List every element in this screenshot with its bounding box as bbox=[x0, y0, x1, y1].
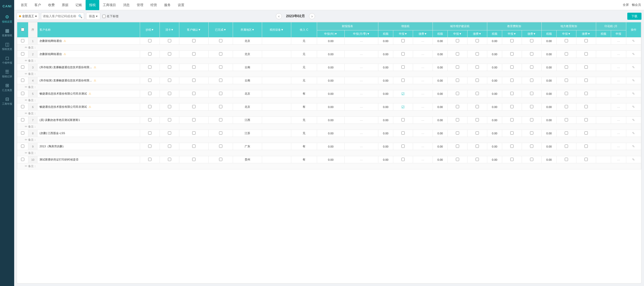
wancheng-checkbox[interactable] bbox=[219, 118, 222, 121]
row-jy-shuiwu[interactable] bbox=[522, 77, 542, 84]
row-df-shuiwu[interactable] bbox=[576, 143, 596, 150]
df-shenbao-check[interactable] bbox=[565, 118, 568, 121]
queren-checkbox[interactable] bbox=[192, 39, 196, 42]
nav-client[interactable]: 客户 bbox=[31, 0, 45, 10]
row-df-shenbao[interactable] bbox=[557, 51, 576, 58]
row-df-shenbao[interactable] bbox=[557, 130, 576, 137]
row-jy-shuiwu[interactable] bbox=[522, 156, 542, 163]
row-huanka[interactable] bbox=[160, 103, 179, 111]
row-zz-shuiwu[interactable]: — bbox=[413, 103, 433, 111]
row-jy-shenbao[interactable] bbox=[502, 130, 522, 137]
jy-shuiwu-check[interactable] bbox=[530, 158, 533, 161]
warning-icon[interactable]: ⚠ bbox=[64, 52, 66, 56]
row-checkbox-cell[interactable] bbox=[17, 77, 28, 84]
cs-shuiwu-check[interactable] bbox=[476, 118, 479, 121]
row-zz-shuiwu[interactable]: — bbox=[413, 130, 433, 137]
row-ys-shenbao[interactable]: — bbox=[611, 143, 626, 150]
jy-shenbao-check[interactable] bbox=[510, 79, 514, 82]
df-shenbao-check[interactable] bbox=[565, 79, 568, 82]
row-zz-shuiwu[interactable]: — bbox=[413, 90, 433, 97]
filter-button[interactable]: 筛选 ▾ bbox=[86, 13, 100, 20]
jy-shenbao-check[interactable] bbox=[510, 39, 514, 42]
row-zz-shuiwu[interactable]: — bbox=[413, 51, 433, 58]
queren-checkbox[interactable] bbox=[192, 158, 196, 161]
row-yiwancheng[interactable] bbox=[208, 130, 233, 137]
row-chaoshu[interactable] bbox=[140, 130, 160, 137]
df-shenbao-check[interactable] bbox=[565, 105, 568, 108]
row-cs-shenbao[interactable] bbox=[448, 90, 467, 97]
th-huanka[interactable]: 清卡▼ bbox=[160, 22, 179, 38]
th-jy-shenbao[interactable]: 申报▼ bbox=[502, 30, 522, 38]
row-zz-shuiwu[interactable]: — bbox=[413, 64, 433, 71]
row-df-shuiwu[interactable] bbox=[576, 117, 596, 124]
row-cs-shenbao[interactable] bbox=[448, 64, 467, 71]
huanka-checkbox[interactable] bbox=[168, 39, 171, 42]
huanka-checkbox[interactable] bbox=[168, 105, 171, 108]
df-shuiwu-check[interactable] bbox=[584, 131, 588, 135]
jy-shenbao-check[interactable] bbox=[510, 158, 514, 161]
sidebar-item-huizong[interactable]: ⊞ 汇总免责 bbox=[0, 81, 14, 94]
df-shuiwu-check[interactable] bbox=[584, 39, 588, 42]
row-cs-shenbao[interactable] bbox=[448, 130, 467, 137]
row-checkbox[interactable] bbox=[21, 131, 24, 135]
row-jy-shuiwu[interactable] bbox=[522, 90, 542, 97]
nav-shezhi[interactable]: 设置 bbox=[174, 0, 188, 10]
edit-icon[interactable]: ✎ bbox=[632, 52, 635, 56]
edit-icon[interactable]: ✎ bbox=[632, 145, 635, 148]
th-cs-shenbao[interactable]: 申报▼ bbox=[448, 30, 467, 38]
row-df-shenbao[interactable] bbox=[557, 90, 576, 97]
nav-jingying[interactable]: 经营 bbox=[147, 0, 161, 10]
chaoshu-checkbox[interactable] bbox=[148, 92, 151, 95]
cs-shenbao-check[interactable] bbox=[456, 92, 459, 95]
jy-shuiwu-check[interactable] bbox=[530, 118, 533, 121]
next-month-button[interactable]: › bbox=[309, 13, 315, 19]
row-jy-shenbao[interactable] bbox=[502, 77, 522, 84]
row-zz-shenbao[interactable] bbox=[393, 130, 413, 137]
chaoshu-checkbox[interactable] bbox=[148, 39, 151, 42]
df-shenbao-check[interactable] bbox=[565, 65, 568, 69]
row-jy-shuiwu[interactable] bbox=[522, 143, 542, 150]
row-jy-shenbao[interactable] bbox=[502, 51, 522, 58]
edit-icon[interactable]: ✎ bbox=[632, 105, 635, 109]
row-zz-shenbao[interactable] bbox=[393, 77, 413, 84]
th-zz-shenbao[interactable]: 申报▼ bbox=[393, 30, 413, 38]
jy-shenbao-check[interactable] bbox=[510, 145, 514, 148]
cs-shuiwu-check[interactable] bbox=[476, 145, 479, 148]
row-jy-shuiwu[interactable] bbox=[522, 51, 542, 58]
row-cs-shuiwu[interactable] bbox=[467, 77, 487, 84]
df-shuiwu-check[interactable] bbox=[584, 118, 588, 121]
row-jy-shuiwu[interactable] bbox=[522, 64, 542, 71]
row-checkbox[interactable] bbox=[21, 105, 24, 108]
df-shuiwu-check[interactable] bbox=[584, 52, 588, 56]
huanka-checkbox[interactable] bbox=[168, 92, 171, 95]
chaoshu-checkbox[interactable] bbox=[148, 131, 151, 135]
row-checkbox[interactable] bbox=[21, 79, 24, 82]
row-checkbox-cell[interactable] bbox=[17, 130, 28, 137]
huanka-checkbox[interactable] bbox=[168, 145, 171, 148]
select-all-checkbox[interactable] bbox=[21, 28, 24, 31]
row-caozuo[interactable]: ✎ bbox=[626, 51, 641, 58]
chaoshu-checkbox[interactable] bbox=[148, 79, 151, 82]
row-cs-shuiwu[interactable] bbox=[467, 90, 487, 97]
row-jy-shenbao[interactable] bbox=[502, 38, 522, 45]
df-shenbao-check[interactable] bbox=[565, 92, 568, 95]
row-cs-shuiwu[interactable] bbox=[467, 130, 487, 137]
warning-icon[interactable]: ⚠ bbox=[94, 66, 96, 69]
row-chaoshu[interactable] bbox=[140, 38, 160, 45]
row-cs-shuiwu[interactable] bbox=[467, 143, 487, 150]
row-cs-shenbao[interactable] bbox=[448, 77, 467, 84]
row-zz-shuiwu[interactable]: — bbox=[413, 117, 433, 124]
zz-shenbao-check[interactable] bbox=[401, 131, 405, 135]
row-yiwancheng[interactable] bbox=[208, 51, 233, 58]
cs-shenbao-check[interactable] bbox=[456, 118, 459, 121]
wancheng-checkbox[interactable] bbox=[219, 39, 222, 42]
download-button[interactable]: 下载 bbox=[627, 13, 641, 20]
row-checkbox[interactable] bbox=[21, 145, 24, 148]
row-df-shuiwu[interactable] bbox=[576, 77, 596, 84]
jy-shenbao-check[interactable] bbox=[510, 105, 514, 108]
row-kehu-queren[interactable] bbox=[179, 130, 208, 137]
th-suoshu-diqu[interactable]: 所属地区▼ bbox=[233, 22, 262, 38]
row-chaoshu[interactable] bbox=[140, 143, 160, 150]
wancheng-checkbox[interactable] bbox=[219, 158, 222, 161]
row-zz-shenbao[interactable] bbox=[393, 38, 413, 45]
